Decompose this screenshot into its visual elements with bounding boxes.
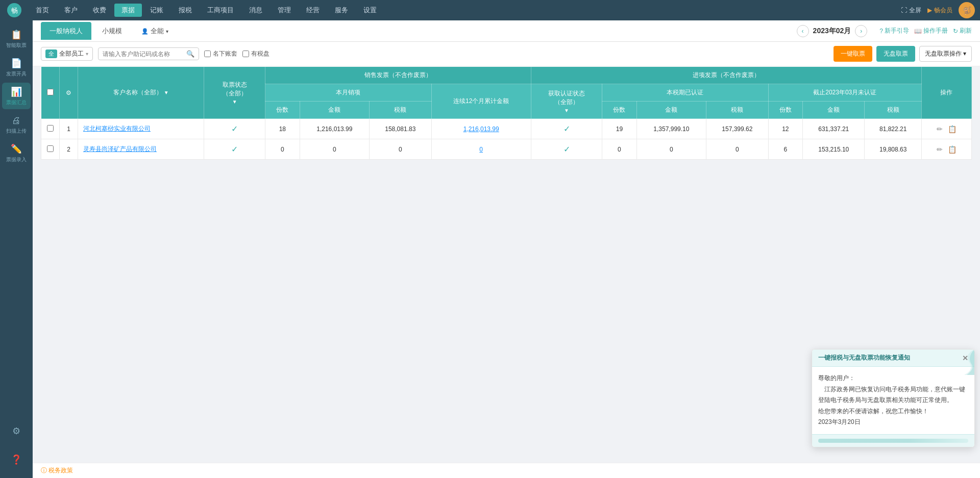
- employee-selector[interactable]: 全 全部员工 ▾: [41, 47, 93, 61]
- invoice-summary-icon: 📊: [11, 86, 22, 97]
- row2-name[interactable]: 灵寿县尚泽矿产品有限公司: [78, 139, 204, 160]
- tab-all[interactable]: 👤 全能 ▾: [133, 22, 177, 40]
- check-circle-icon: ✓: [231, 124, 238, 133]
- th-uncertified: 截止2023年03月未认证: [768, 84, 921, 102]
- row1-cumulative[interactable]: 1,216,013.99: [431, 119, 531, 139]
- nav-home[interactable]: 首页: [29, 4, 56, 17]
- sidebar-item-invoice-entry[interactable]: ✏️ 票据录入: [2, 140, 31, 166]
- book-icon: 📖: [914, 28, 922, 35]
- filter-icon-cert[interactable]: ▼: [564, 108, 569, 113]
- has-tax-disk-check[interactable]: [242, 51, 249, 57]
- fullscreen-button[interactable]: ⛶ 全屏: [901, 6, 921, 15]
- new-guide-button[interactable]: ? 新手引导: [879, 27, 909, 35]
- svg-text:畅: 畅: [11, 7, 18, 14]
- scan-upload-icon: 🖨: [12, 115, 21, 126]
- notification-close-button[interactable]: ✕: [962, 354, 968, 362]
- nav-settings[interactable]: 设置: [356, 4, 384, 17]
- refresh-button[interactable]: ↻ 刷新: [953, 27, 972, 35]
- sidebar-item-help[interactable]: ❓: [2, 446, 31, 473]
- app-logo: 畅: [5, 1, 23, 19]
- member-label: 畅会员: [934, 6, 952, 15]
- employee-label: 全部员工: [59, 49, 84, 58]
- row2-cumulative[interactable]: 0: [431, 139, 531, 160]
- notification-title: 一键报税与无盘取票功能恢复通知: [818, 354, 910, 362]
- member-button[interactable]: ▶ 畅会员: [927, 6, 952, 15]
- user-avatar[interactable]: 🐒: [959, 2, 975, 18]
- top-right-actions: ⛶ 全屏 ▶ 畅会员 🐒: [901, 2, 975, 18]
- row1-cert-status: ✓: [531, 119, 602, 139]
- help-icon: ❓: [11, 454, 22, 465]
- search-box: 🔍: [98, 47, 199, 60]
- th-month-sales: 本月销项: [265, 84, 431, 102]
- row2-sales-count: 0: [265, 139, 300, 160]
- next-month-button[interactable]: ›: [855, 25, 867, 37]
- refresh-icon: ↻: [953, 28, 958, 35]
- date-navigation: ‹ 2023年02月 ›: [797, 25, 868, 37]
- one-click-ticket-button[interactable]: 一键取票: [834, 46, 872, 62]
- no-disk-ops-button[interactable]: 无盘取票操作 ▾: [919, 46, 972, 62]
- name-account-check[interactable]: [204, 51, 211, 57]
- search-icon[interactable]: 🔍: [186, 50, 194, 58]
- question-icon: ?: [879, 28, 883, 35]
- sidebar-item-label-scan-upload: 扫描上传: [6, 128, 27, 134]
- notification-header: 一键报税与无盘取票功能恢复通知 ✕: [812, 349, 974, 367]
- edit-icon[interactable]: ✏: [937, 125, 943, 133]
- fullscreen-label: 全屏: [909, 6, 921, 15]
- nav-management[interactable]: 管理: [271, 4, 298, 17]
- nav-messages[interactable]: 消息: [242, 4, 270, 17]
- row2-sales-amount: 0: [300, 139, 369, 160]
- play-icon: ▶: [927, 7, 932, 14]
- sidebar-item-invoice-issue[interactable]: 📄 发票开具: [2, 54, 31, 81]
- name-account-checkbox[interactable]: 名下账套: [204, 49, 237, 58]
- sidebar-item-scan-upload[interactable]: 🖨 扫描上传: [2, 111, 31, 138]
- prev-month-button[interactable]: ‹: [797, 25, 809, 37]
- has-tax-disk-checkbox[interactable]: 有税盘: [242, 49, 270, 58]
- settings-icon: ⚙: [12, 425, 20, 437]
- settings-icon-th[interactable]: ⚙: [66, 89, 71, 96]
- row1-sales-amount: 1,216,013.99: [300, 119, 369, 139]
- sidebar-item-smart-ticket[interactable]: 📋 智能取票: [2, 26, 31, 52]
- th-index: ⚙: [60, 67, 78, 119]
- row1-purchase-amount: 1,357,999.10: [636, 119, 706, 139]
- table-row: 2 灵寿县尚泽矿产品有限公司 ✓ 0 0 0 0 ✓: [41, 139, 972, 160]
- tab-bar: 一般纳税人 小规模 👤 全能 ▾ ‹ 2023年02月 › ? 新手引导 📖 操…: [33, 20, 980, 42]
- th-purchase-count: 份数: [602, 102, 636, 119]
- view-icon[interactable]: 📋: [948, 125, 957, 133]
- all-tag: 全: [45, 49, 57, 58]
- nav-operations[interactable]: 经营: [299, 4, 327, 17]
- nav-tickets[interactable]: 票据: [114, 4, 142, 17]
- row1-name[interactable]: 河北柯搴桫实业有限公司: [78, 119, 204, 139]
- top-navigation: 畅 首页 客户 收费 票据 记账 报税 工商项目 消息 管理 经营 服务 设置 …: [0, 0, 980, 20]
- nav-services[interactable]: 服务: [328, 4, 355, 17]
- row1-checkbox[interactable]: [41, 119, 60, 139]
- nav-tax[interactable]: 报税: [172, 4, 199, 17]
- row1-sales-tax: 158,081.83: [370, 119, 431, 139]
- th-sales-tax: 税额: [370, 102, 431, 119]
- row2-uncert-count: 6: [768, 139, 802, 160]
- nav-bookkeeping[interactable]: 记账: [143, 4, 170, 17]
- row2-checkbox[interactable]: [41, 139, 60, 160]
- toolbar-right-actions: 一键取票 无盘取票 无盘取票操作 ▾: [834, 46, 972, 62]
- nav-customers[interactable]: 客户: [57, 4, 85, 17]
- manual-button[interactable]: 📖 操作手册: [914, 27, 948, 35]
- page-actions: ? 新手引导 📖 操作手册 ↻ 刷新: [879, 27, 972, 35]
- search-input[interactable]: [103, 51, 184, 58]
- filter-icon-name[interactable]: ▼: [164, 90, 169, 95]
- tab-general-taxpayer[interactable]: 一般纳税人: [41, 22, 91, 40]
- edit-icon2[interactable]: ✏: [937, 145, 943, 154]
- no-disk-ticket-button[interactable]: 无盘取票: [876, 46, 915, 62]
- row2-ticket-status: ✓: [204, 139, 265, 160]
- filter-icon-status[interactable]: ▼: [232, 99, 237, 105]
- nav-business[interactable]: 工商项目: [200, 4, 241, 17]
- th-uncert-tax: 税额: [865, 102, 921, 119]
- view-icon2[interactable]: 📋: [948, 145, 957, 154]
- notification-scroll[interactable]: 尊敬的用户： 江苏政务网已恢复访问电子税务局功能，意代账一键登陆电子税务局与无盘…: [812, 367, 974, 434]
- tab-small-scale[interactable]: 小规模: [93, 22, 131, 40]
- select-all-checkbox[interactable]: [47, 89, 54, 95]
- nav-fees[interactable]: 收费: [86, 4, 113, 17]
- tax-policy-link[interactable]: ⓘ 税务政策: [41, 466, 73, 475]
- row1-actions: ✏ 📋: [921, 119, 971, 139]
- row2-index: 2: [60, 139, 78, 160]
- sidebar-item-settings[interactable]: ⚙: [2, 418, 31, 444]
- sidebar-item-invoice-summary[interactable]: 📊 票据汇总: [2, 83, 31, 109]
